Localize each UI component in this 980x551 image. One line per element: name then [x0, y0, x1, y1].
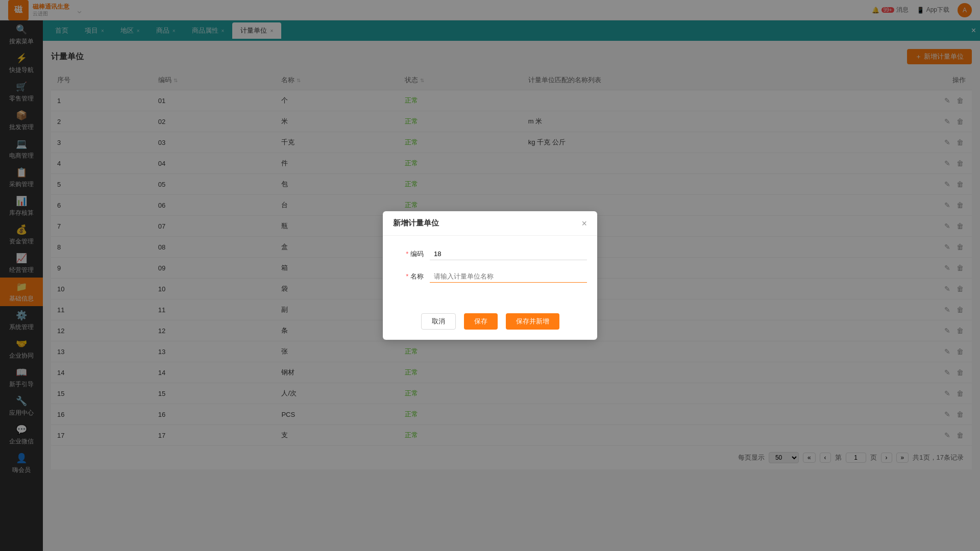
form-row-name: 名称 [393, 270, 587, 283]
add-unit-modal: 新增计量单位 × 编码 名称 取消 保存 保存并新增 [383, 211, 597, 340]
modal-body: 编码 名称 [383, 236, 597, 305]
modal-header: 新增计量单位 × [383, 211, 597, 236]
save-and-new-button[interactable]: 保存并新增 [506, 313, 559, 330]
code-input[interactable] [430, 248, 587, 260]
save-button[interactable]: 保存 [464, 313, 498, 330]
cancel-button[interactable]: 取消 [421, 313, 456, 330]
modal-footer: 取消 保存 保存并新增 [383, 305, 597, 340]
modal-title: 新增计量单位 [393, 218, 439, 228]
form-row-code: 编码 [393, 248, 587, 260]
modal-close-btn[interactable]: × [581, 219, 587, 228]
code-label: 编码 [393, 249, 424, 259]
modal-overlay: 新增计量单位 × 编码 名称 取消 保存 保存并新增 [0, 0, 980, 551]
name-input[interactable] [430, 270, 587, 283]
name-label: 名称 [393, 272, 424, 281]
